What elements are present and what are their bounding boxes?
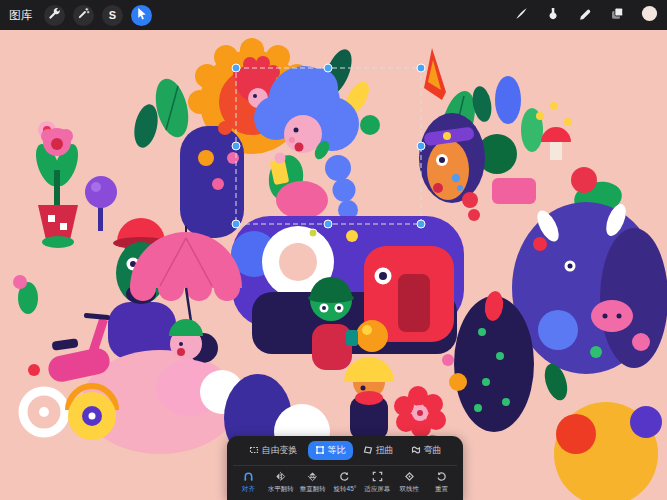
selection-button[interactable]: S [102, 5, 123, 26]
mode-freeform[interactable]: 自由变换 [242, 441, 305, 460]
mode-label: 扭曲 [376, 444, 394, 457]
action-label: 双线性 [400, 485, 420, 494]
smudge-button[interactable] [544, 6, 562, 24]
layers-icon [610, 6, 625, 25]
mode-uniform[interactable]: 等比 [308, 441, 353, 460]
action-fit-screen[interactable]: 适应屏幕 [362, 471, 393, 494]
color-disc-icon [641, 5, 658, 26]
selection-s-icon: S [109, 10, 116, 21]
uniform-icon [315, 445, 325, 457]
reset-icon [436, 471, 447, 483]
magic-wand-icon [77, 6, 90, 24]
action-label: 水平翻转 [268, 485, 294, 494]
mode-label: 弯曲 [424, 444, 442, 457]
gallery-button[interactable]: 图库 [9, 8, 32, 23]
color-button[interactable] [640, 6, 658, 24]
transform-button[interactable] [131, 5, 152, 26]
adjustments-button[interactable] [73, 5, 94, 26]
transform-actions-row: 对齐 水平翻转 垂直翻转 旋转45° 适应屏幕 [233, 465, 457, 494]
action-rotate-45[interactable]: 旋转45° [329, 471, 360, 494]
action-flip-vertical[interactable]: 垂直翻转 [297, 471, 328, 494]
eraser-icon [578, 6, 593, 25]
canvas[interactable] [0, 30, 667, 500]
top-toolbar: 图库 S [0, 0, 667, 30]
selection-pivot-node[interactable] [309, 229, 317, 237]
action-label: 旋转45° [334, 485, 357, 494]
transform-arrow-icon [135, 6, 148, 24]
flip-vertical-icon [307, 471, 318, 483]
action-reset[interactable]: 重置 [426, 471, 457, 494]
action-label: 对齐 [242, 485, 255, 494]
action-snapping[interactable]: 对齐 [233, 471, 264, 494]
eraser-button[interactable] [576, 6, 594, 24]
interpolation-icon [404, 471, 415, 483]
flip-horizontal-icon [275, 471, 286, 483]
brush-button[interactable] [512, 6, 530, 24]
mode-warp[interactable]: 弯曲 [404, 441, 449, 460]
action-flip-horizontal[interactable]: 水平翻转 [265, 471, 296, 494]
freeform-icon [249, 445, 259, 457]
layers-button[interactable] [608, 6, 626, 24]
canvas-artwork [0, 30, 667, 500]
wrench-icon [48, 6, 61, 24]
action-label: 适应屏幕 [364, 485, 390, 494]
warp-icon [411, 445, 421, 457]
fit-screen-icon [372, 471, 383, 483]
transform-mode-segment: 自由变换 等比 扭曲 弯曲 [233, 441, 457, 460]
action-label: 重置 [435, 485, 448, 494]
mode-label: 等比 [328, 444, 346, 457]
right-tool-group [512, 6, 658, 24]
snapping-magnet-icon [243, 471, 254, 483]
brush-stroke-icon [514, 6, 529, 25]
mode-distort[interactable]: 扭曲 [356, 441, 401, 460]
left-tool-group: S [44, 5, 152, 26]
transform-panel: 自由变换 等比 扭曲 弯曲 对齐 [227, 436, 463, 500]
mode-label: 自由变换 [262, 444, 298, 457]
action-interpolation[interactable]: 双线性 [394, 471, 425, 494]
rotate-45-icon [339, 471, 350, 483]
actions-button[interactable] [44, 5, 65, 26]
distort-icon [363, 445, 373, 457]
smudge-finger-icon [546, 6, 560, 24]
action-label: 垂直翻转 [300, 485, 326, 494]
